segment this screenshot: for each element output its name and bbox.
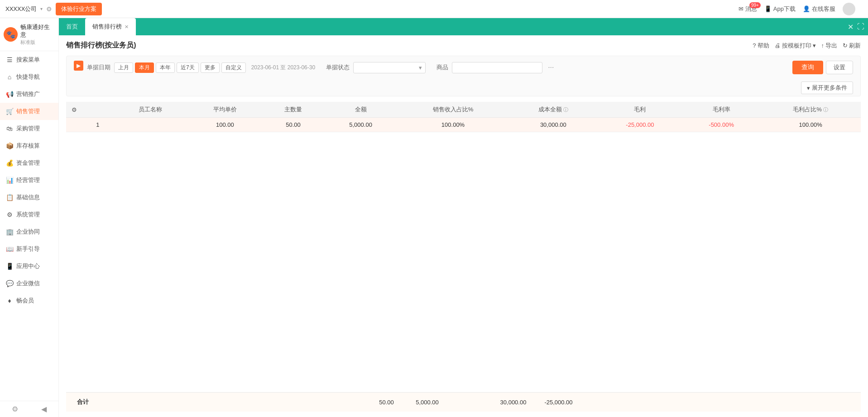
settings-button[interactable]: 设置 <box>826 61 853 74</box>
col-gross-pct: 毛利占比% ⓘ <box>760 102 861 118</box>
sidebar-item-operations[interactable]: 📊 经营管理 <box>0 172 58 189</box>
footer-qty: 50.00 <box>369 397 405 407</box>
col-gross-rate: 毛利率 <box>682 102 761 118</box>
col-name: 员工名称 <box>113 102 188 118</box>
date-btn-7days[interactable]: 近7天 <box>177 62 199 73</box>
date-range: 2023-06-01 至 2023-06-30 <box>251 64 315 72</box>
filter-toggle-icon[interactable]: ▶ <box>74 61 83 71</box>
sidebar-item-enterprise[interactable]: 🏢 企业协同 <box>0 223 58 240</box>
message-button[interactable]: ✉ 消息 99+ <box>739 5 757 13</box>
tab-home[interactable]: 首页 <box>59 18 85 35</box>
sidebar-item-system[interactable]: ⚙ 系统管理 <box>0 206 58 223</box>
app-icon: 📱 <box>764 5 772 12</box>
inventory-icon: 📦 <box>5 142 14 149</box>
sidebar-item-basic-info[interactable]: 📋 基础信息 <box>0 189 58 206</box>
enterprise-icon: 🏢 <box>5 228 14 235</box>
sidebar-item-sales[interactable]: 🛒 销售管理 <box>0 103 58 120</box>
goods-input[interactable] <box>452 62 542 73</box>
goods-dots-button[interactable]: ··· <box>546 63 556 72</box>
cell-qty: 50.00 <box>262 118 324 132</box>
col-cost: 成本全额 ⓘ <box>509 102 598 118</box>
footer-empty3 <box>581 400 856 404</box>
service-icon: 👤 <box>803 5 810 12</box>
page-header: 销售排行榜(按业务员) ? 帮助 🖨 按模板打印 ▾ ↑ 导出 <box>66 41 861 50</box>
col-gross: 毛利 <box>598 102 682 118</box>
cell-gross-rate: -500.00% <box>682 118 761 132</box>
page-title: 销售排行榜(按业务员) <box>66 41 136 50</box>
data-table: ⚙ 员工名称 平均单价 主数量 全额 销售收入占比% 成本全额 ⓘ 毛利 毛利率… <box>66 102 861 132</box>
sidebar: 🐾 畅康通好生意 标准版 ☰ 搜索菜单 ⌂ 快捷导航 📢 营销推广 🛒 销售管理… <box>0 18 59 417</box>
refresh-link[interactable]: ↻ 刷新 <box>843 42 861 50</box>
content-area: 首页 销售排行榜 ✕ ✕ ⛶ 销售排行榜(按业务员) ? 帮助 <box>59 18 868 417</box>
sidebar-item-inventory[interactable]: 📦 库存核算 <box>0 137 58 154</box>
top-bar: XXXXX公司 ▾ ⚙ 体验行业方案 ✉ 消息 99+ 📱 App下载 👤 在线… <box>0 0 868 18</box>
footer-empty1 <box>94 400 369 404</box>
gross-pct-info-icon[interactable]: ⓘ <box>823 107 828 112</box>
cell-name <box>113 118 188 132</box>
sidebar-item-wechat[interactable]: 💬 企业微信 <box>0 275 58 292</box>
cost-info-icon[interactable]: ⓘ <box>563 107 568 112</box>
sidebar-item-purchase[interactable]: 🛍 采购管理 <box>0 120 58 137</box>
export-link[interactable]: ↑ 导出 <box>821 42 838 50</box>
col-settings[interactable]: ⚙ <box>66 102 82 118</box>
main-layout: 🐾 畅康通好生意 标准版 ☰ 搜索菜单 ⌂ 快捷导航 📢 营销推广 🛒 销售管理… <box>0 18 868 417</box>
filter-row: ▶ 单据日期 上月 本月 本年 近7天 <box>74 61 853 78</box>
sidebar-item-member[interactable]: ♦ 畅会员 <box>0 292 58 309</box>
trial-button[interactable]: 体验行业方案 <box>56 3 102 15</box>
logo-area: 🐾 畅康通好生意 标准版 <box>0 18 58 51</box>
basic-info-icon: 📋 <box>5 194 14 201</box>
topbar-settings-icon[interactable]: ⚙ <box>46 5 52 13</box>
date-btn-this-month[interactable]: 本月 <box>135 62 154 73</box>
query-button[interactable]: 查询 <box>792 61 823 74</box>
status-label: 单据状态 <box>326 63 350 72</box>
company-name: XXXXX公司 <box>5 5 37 13</box>
window-expand-icon[interactable]: ⛶ <box>857 23 864 31</box>
expand-down-icon: ▾ <box>807 85 810 91</box>
quick-nav-icon: ⌂ <box>5 73 14 81</box>
window-close-icon[interactable]: ✕ <box>848 23 854 31</box>
sidebar-item-guide[interactable]: 📖 新手引导 <box>0 240 58 258</box>
date-btn-custom[interactable]: 自定义 <box>221 62 246 73</box>
date-btn-this-year[interactable]: 本年 <box>156 62 175 73</box>
tab-sales-ranking[interactable]: 销售排行榜 ✕ <box>85 18 136 35</box>
query-buttons: 查询 设置 <box>792 61 853 74</box>
help-link[interactable]: ? 帮助 <box>753 42 769 50</box>
wechat-icon: 💬 <box>5 280 14 287</box>
cell-gross: -25,000.00 <box>598 118 682 132</box>
footer-amount: 5,000.00 <box>405 397 450 407</box>
col-sales-pct: 销售收入占比% <box>397 102 508 118</box>
sidebar-item-quick-nav[interactable]: ⌂ 快捷导航 <box>0 68 58 86</box>
cell-gross-pct: 100.00% <box>760 118 861 132</box>
footer-gross: -25,000.00 <box>536 397 581 407</box>
table-header: ⚙ 员工名称 平均单价 主数量 全额 销售收入占比% 成本全额 ⓘ 毛利 毛利率… <box>66 102 861 118</box>
sidebar-item-app-center[interactable]: 📱 应用中心 <box>0 258 58 275</box>
company-dropdown-icon[interactable]: ▾ <box>40 6 43 11</box>
app-download-label: App下载 <box>773 5 796 13</box>
header-actions: ? 帮助 🖨 按模板打印 ▾ ↑ 导出 ↻ 刷新 <box>753 42 861 50</box>
date-btn-more[interactable]: 更多 <box>201 62 220 73</box>
tabs-bar: 首页 销售排行榜 ✕ ✕ ⛶ <box>59 18 868 35</box>
cell-rank: 1 <box>82 118 113 132</box>
message-icon: ✉ <box>739 5 743 12</box>
table-footer: 合计 50.00 5,000.00 30,000.00 -25,000.00 <box>66 392 861 412</box>
status-select[interactable] <box>353 62 426 73</box>
date-btn-last-month[interactable]: 上月 <box>114 62 133 73</box>
tab-close-icon[interactable]: ✕ <box>125 24 129 30</box>
online-service-button[interactable]: 👤 在线客服 <box>803 5 835 13</box>
app-center-icon: 📱 <box>5 263 14 270</box>
sidebar-item-marketing[interactable]: 📢 营销推广 <box>0 86 58 103</box>
sidebar-item-search-order[interactable]: ☰ 搜索菜单 <box>0 51 58 68</box>
expand-conditions-button[interactable]: ▾ 展开更多条件 <box>801 81 853 94</box>
system-icon: ⚙ <box>5 211 14 218</box>
col-avg-price: 平均单价 <box>187 102 262 118</box>
avatar[interactable] <box>843 3 855 15</box>
refresh-icon: ↻ <box>843 42 848 49</box>
template-print-link[interactable]: 🖨 按模板打印 ▾ <box>775 42 816 50</box>
sidebar-item-finance[interactable]: 💰 资金管理 <box>0 154 58 172</box>
app-download-button[interactable]: 📱 App下载 <box>764 5 796 13</box>
footer-cells: 合计 50.00 5,000.00 30,000.00 -25,000.00 <box>72 396 855 408</box>
sidebar-settings-icon[interactable]: ⚙ <box>12 405 18 413</box>
col-qty: 主数量 <box>262 102 324 118</box>
footer-empty2 <box>450 400 491 404</box>
sidebar-collapse-icon[interactable]: ◀ <box>41 405 47 413</box>
